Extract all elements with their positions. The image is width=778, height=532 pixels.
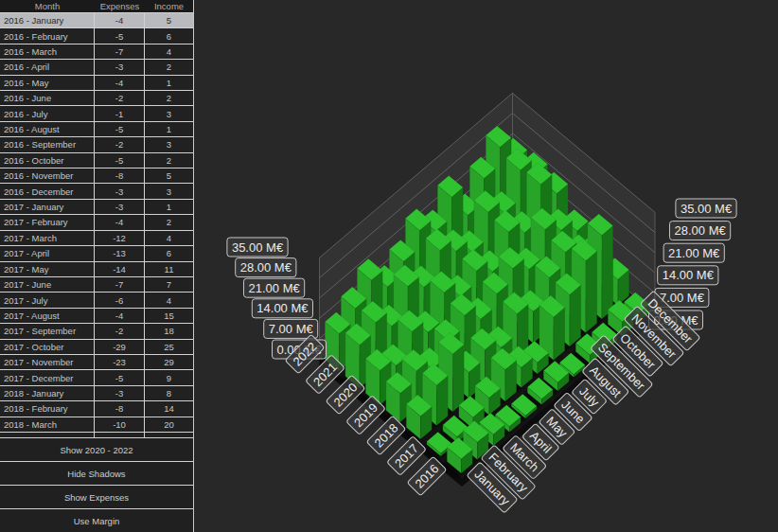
row-expenses: -4 (95, 76, 145, 90)
row-month: 2017 - May (0, 262, 95, 276)
table-row[interactable]: 2017 - November-2329 (0, 355, 193, 370)
row-month: 2016 - July (0, 106, 95, 120)
row-income: 2 (145, 153, 193, 168)
use-margin-button[interactable]: Use Margin (0, 508, 193, 532)
row-expenses: -23 (95, 355, 145, 369)
row-income: 25 (145, 340, 193, 354)
table-row[interactable]: 2018 - February-814 (0, 401, 193, 417)
sidebar: Month Expenses Income 2016 - January-452… (0, 0, 194, 532)
svg-text:28.00 M€: 28.00 M€ (240, 260, 292, 275)
row-income: 6 (145, 246, 193, 260)
row-expenses: -4 (95, 309, 145, 323)
table-row[interactable]: 2017 - April-136 (0, 246, 193, 261)
table-row[interactable]: 2017 - January-31 (0, 200, 193, 215)
row-expenses: -4 (95, 13, 145, 27)
row-expenses: -3 (95, 200, 145, 214)
table-header: Month Expenses Income (0, 0, 193, 13)
row-expenses: -2 (95, 137, 145, 151)
show-years-button[interactable]: Show 2020 - 2022 (0, 438, 193, 461)
table-row[interactable]: 2017 - February-42 (0, 215, 193, 230)
svg-text:7.00 M€: 7.00 M€ (269, 322, 314, 336)
row-month: 2016 - May (0, 76, 95, 90)
table-row[interactable]: 2017 - September-218 (0, 324, 193, 339)
income-3d-bar-chart: 0.00 M€0.00 M€7.00 M€7.00 M€14.00 M€14.0… (194, 0, 778, 532)
row-month: 2017 - April (0, 246, 95, 260)
row-month: 2016 - October (0, 153, 95, 168)
row-expenses: -29 (95, 340, 145, 354)
table-row[interactable]: 2016 - May-41 (0, 76, 193, 91)
table-row[interactable]: 2016 - November-85 (0, 168, 193, 184)
row-month: 2016 - June (0, 91, 95, 105)
row-income: 15 (145, 309, 193, 323)
row-expenses: -5 (95, 122, 145, 136)
show-expenses-button[interactable]: Show Expenses (0, 485, 193, 508)
row-month: 2018 - February (0, 401, 95, 416)
row-income: 1 (145, 200, 193, 214)
row-expenses: -8 (95, 168, 145, 183)
value-label-left-5: 35.00 M€ (227, 238, 288, 257)
table-row[interactable]: 2017 - August-415 (0, 309, 193, 324)
row-month: 2016 - April (0, 60, 95, 74)
value-label-right-2: 14.00 M€ (658, 266, 718, 285)
row-month: 2016 - November (0, 168, 95, 183)
row-month: 2017 - August (0, 309, 95, 323)
row-income: 5 (145, 168, 193, 183)
table-row[interactable]: 2017 - October-2925 (0, 340, 193, 355)
value-label-right-3: 21.00 M€ (663, 243, 724, 262)
table-row[interactable]: 2017 - December-59 (0, 370, 193, 385)
value-label-left-2: 14.00 M€ (252, 299, 312, 318)
row-income: 4 (145, 293, 193, 307)
row-expenses: -5 (95, 28, 145, 43)
table-row[interactable]: 2016 - July-13 (0, 106, 193, 121)
row-month: 2017 - September (0, 324, 95, 338)
table-row[interactable]: 2016 - December-33 (0, 184, 193, 199)
table-row[interactable]: 2016 - April-32 (0, 60, 193, 75)
row-month: 2017 - July (0, 293, 95, 307)
row-month: 2018 - January (0, 386, 95, 400)
svg-text:7.00 M€: 7.00 M€ (660, 291, 705, 305)
row-expenses: -4 (95, 215, 145, 229)
row-expenses: -13 (95, 246, 145, 260)
table-row[interactable]: 2017 - June-77 (0, 277, 193, 293)
row-income: 2 (145, 215, 193, 229)
table-row[interactable]: 2017 - March-124 (0, 231, 193, 246)
table-row[interactable]: 2016 - October-52 (0, 153, 193, 168)
column-header-expenses: Expenses (95, 0, 145, 12)
row-month: 2017 - June (0, 277, 95, 292)
table-row[interactable]: 2016 - March-74 (0, 44, 193, 60)
table-row[interactable]: 2016 - September-23 (0, 137, 193, 152)
row-expenses: -2 (95, 91, 145, 105)
row-income: 2 (145, 91, 193, 105)
svg-text:35.00 M€: 35.00 M€ (681, 202, 733, 216)
svg-text:21.00 M€: 21.00 M€ (668, 246, 720, 260)
row-expenses: -7 (95, 44, 145, 59)
row-month: 2017 - December (0, 370, 95, 384)
table-row[interactable]: 2016 - January-45 (0, 13, 193, 28)
row-income: 4 (145, 231, 193, 245)
table-row[interactable]: 2016 - August-51 (0, 122, 193, 137)
row-income: 2 (145, 60, 193, 74)
hide-shadows-button[interactable]: Hide Shadows (0, 461, 193, 485)
row-expenses: -6 (95, 293, 145, 307)
row-income: 6 (145, 28, 193, 43)
svg-text:14.00 M€: 14.00 M€ (256, 301, 309, 315)
row-month: 2018 - March (0, 417, 95, 432)
table-row[interactable]: 2017 - July-64 (0, 293, 193, 308)
table-row[interactable]: 2016 - February-56 (0, 28, 193, 44)
table-row[interactable]: 2016 - June-22 (0, 91, 193, 106)
value-label-left-4: 28.00 M€ (236, 258, 296, 277)
row-expenses: -3 (95, 60, 145, 74)
table-row[interactable]: 2018 - January-38 (0, 386, 193, 401)
row-income: 3 (145, 184, 193, 198)
column-header-income: Income (145, 0, 193, 12)
row-income: 9 (145, 370, 193, 384)
svg-text:35.00 M€: 35.00 M€ (232, 240, 284, 255)
table-row[interactable]: 2017 - May-1411 (0, 262, 193, 277)
table-row[interactable]: 2018 - March-1020 (0, 417, 193, 433)
row-income: 1 (145, 122, 193, 136)
row-month: 2017 - February (0, 215, 95, 229)
row-income: 7 (145, 277, 193, 292)
row-month: 2016 - March (0, 44, 95, 59)
row-income: 11 (145, 262, 193, 276)
row-month: 2016 - September (0, 137, 95, 151)
